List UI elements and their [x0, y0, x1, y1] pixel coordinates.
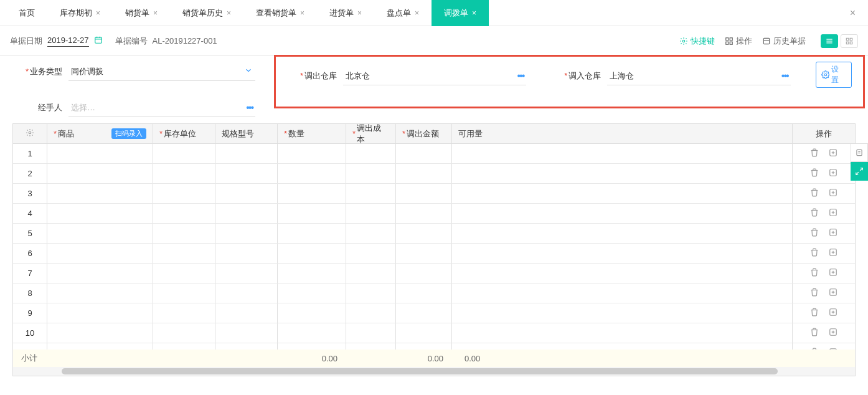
add-row-icon[interactable] — [829, 168, 837, 179]
tab-home[interactable]: 首页 — [6, 0, 47, 26]
cell-cost[interactable] — [346, 244, 396, 263]
cell-amount[interactable] — [396, 343, 452, 350]
in-warehouse-input[interactable]: 上海仓 ••• — [607, 67, 790, 85]
cell-unit[interactable] — [153, 323, 215, 343]
cell-qty[interactable] — [278, 244, 346, 263]
delete-row-icon[interactable] — [810, 188, 819, 199]
cell-qty[interactable] — [278, 264, 346, 283]
add-row-icon[interactable] — [829, 148, 837, 159]
tab-view-sales[interactable]: 查看销货单× — [243, 0, 317, 26]
handler-input[interactable]: 选择… ••• — [68, 98, 255, 117]
cell-unit[interactable] — [153, 244, 215, 263]
add-row-icon[interactable] — [829, 308, 837, 318]
settings-button[interactable]: 设置 — [816, 62, 852, 88]
out-warehouse-input[interactable]: 北京仓 ••• — [343, 67, 526, 85]
cell-unit[interactable] — [153, 264, 215, 283]
delete-row-icon[interactable] — [810, 148, 819, 159]
cell-product[interactable] — [47, 224, 153, 243]
cell-spec[interactable] — [215, 343, 278, 350]
cell-cost[interactable] — [346, 144, 396, 163]
close-icon[interactable]: × — [415, 9, 419, 17]
delete-row-icon[interactable] — [810, 208, 819, 219]
cell-unit[interactable] — [153, 184, 215, 203]
cell-cost[interactable] — [346, 224, 396, 243]
cell-product[interactable] — [47, 323, 153, 343]
cell-spec[interactable] — [215, 204, 278, 223]
cell-qty[interactable] — [278, 184, 346, 203]
add-row-icon[interactable] — [829, 208, 837, 219]
cell-product[interactable] — [47, 303, 153, 323]
cell-spec[interactable] — [215, 283, 278, 303]
biz-type-input[interactable]: 同价调拨 — [68, 62, 255, 81]
cell-amount[interactable] — [396, 283, 452, 303]
cell-unit[interactable] — [153, 164, 215, 183]
close-icon[interactable]: × — [227, 9, 231, 17]
cell-spec[interactable] — [215, 164, 278, 183]
cell-amount[interactable] — [396, 164, 452, 183]
history-link[interactable]: 历史单据 — [762, 36, 806, 47]
cell-amount[interactable] — [396, 323, 452, 343]
close-icon[interactable]: × — [357, 9, 362, 17]
horizontal-scrollbar[interactable] — [13, 367, 855, 376]
cell-spec[interactable] — [215, 323, 278, 343]
cell-cost[interactable] — [346, 323, 396, 343]
settings-column[interactable] — [13, 124, 47, 143]
close-icon[interactable]: × — [472, 9, 476, 17]
calendar-icon[interactable] — [94, 36, 103, 46]
cell-unit[interactable] — [153, 224, 215, 243]
delete-row-icon[interactable] — [810, 308, 819, 318]
cell-cost[interactable] — [346, 343, 396, 350]
delete-row-icon[interactable] — [810, 168, 819, 179]
cell-amount[interactable] — [396, 224, 452, 243]
cell-amount[interactable] — [396, 264, 452, 283]
cell-product[interactable] — [47, 264, 153, 283]
delete-row-icon[interactable] — [810, 328, 819, 338]
cell-unit[interactable] — [153, 204, 215, 223]
scrollbar-thumb[interactable] — [62, 368, 778, 374]
add-row-icon[interactable] — [829, 328, 837, 338]
delete-row-icon[interactable] — [810, 288, 819, 298]
cell-product[interactable] — [47, 343, 153, 350]
cell-unit[interactable] — [153, 303, 215, 323]
tab-purchase-order[interactable]: 进货单× — [317, 0, 374, 26]
cell-unit[interactable] — [153, 283, 215, 303]
cell-cost[interactable] — [346, 184, 396, 203]
cell-unit[interactable] — [153, 144, 215, 163]
scan-input-tag[interactable]: 扫码录入 — [111, 128, 146, 139]
cell-spec[interactable] — [215, 264, 278, 283]
side-note-button[interactable] — [851, 143, 868, 162]
cell-cost[interactable] — [346, 204, 396, 223]
cell-product[interactable] — [47, 204, 153, 223]
cell-spec[interactable] — [215, 244, 278, 263]
cell-cost[interactable] — [346, 264, 396, 283]
date-value[interactable]: 2019-12-27 — [47, 36, 89, 47]
add-row-icon[interactable] — [829, 268, 837, 278]
cell-spec[interactable] — [215, 303, 278, 323]
add-row-icon[interactable] — [829, 188, 837, 199]
cell-qty[interactable] — [278, 164, 346, 183]
cell-qty[interactable] — [278, 323, 346, 343]
cell-amount[interactable] — [396, 204, 452, 223]
delete-row-icon[interactable] — [810, 228, 819, 239]
close-icon[interactable]: × — [300, 9, 304, 17]
view-list-button[interactable] — [821, 34, 838, 48]
cell-spec[interactable] — [215, 144, 278, 163]
view-grid-button[interactable] — [841, 34, 858, 48]
cell-product[interactable] — [47, 184, 153, 203]
side-expand-button[interactable] — [851, 162, 868, 181]
tab-stocktake[interactable]: 盘点单× — [374, 0, 432, 26]
add-row-icon[interactable] — [829, 248, 837, 259]
cell-amount[interactable] — [396, 244, 452, 263]
cell-unit[interactable] — [153, 343, 215, 350]
cell-product[interactable] — [47, 283, 153, 303]
operate-link[interactable]: 操作 — [725, 36, 752, 47]
delete-row-icon[interactable] — [810, 268, 819, 278]
cell-cost[interactable] — [346, 164, 396, 183]
add-row-icon[interactable] — [829, 228, 837, 239]
close-icon[interactable]: × — [96, 9, 100, 17]
cell-qty[interactable] — [278, 204, 346, 223]
cell-qty[interactable] — [278, 224, 346, 243]
cell-cost[interactable] — [346, 303, 396, 323]
cell-product[interactable] — [47, 144, 153, 163]
cell-amount[interactable] — [396, 144, 452, 163]
